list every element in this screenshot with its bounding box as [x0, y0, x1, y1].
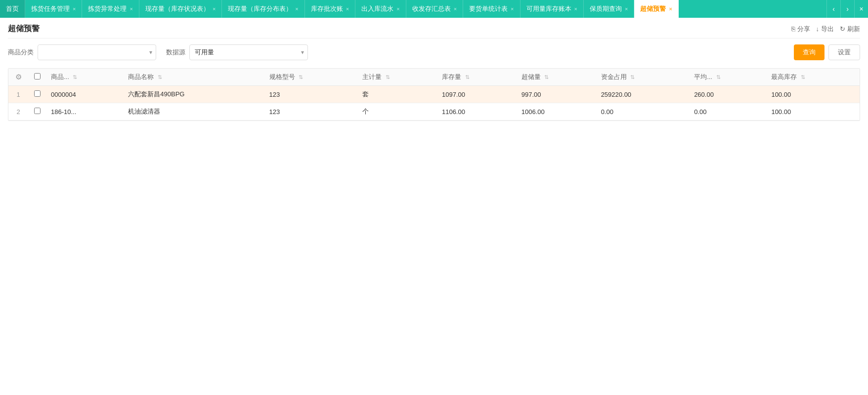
sort-icon: ⇅: [544, 74, 549, 80]
close-icon[interactable]: ×: [574, 6, 577, 12]
page-content: 超储预警 ⎘ 分享 ↓ 导出 ↻ 刷新 商品分类 ▾: [0, 18, 868, 395]
sort-icon: ⇅: [716, 74, 721, 80]
refresh-button[interactable]: ↻ 刷新: [840, 25, 860, 34]
settings-button[interactable]: 设置: [828, 44, 860, 60]
th-max-stock[interactable]: 最高库存 ⇅: [766, 69, 860, 86]
sort-icon: ⇅: [299, 74, 303, 80]
row-unit: 个: [357, 103, 437, 120]
row-capital: 259220.00: [596, 86, 690, 103]
th-spec[interactable]: 规格型号 ⇅: [264, 69, 358, 86]
select-all-checkbox[interactable]: [34, 73, 41, 79]
share-button[interactable]: ⎘ 分享: [791, 25, 810, 34]
nav-item-order-stat[interactable]: 要货单统计表 ×: [463, 0, 520, 18]
th-product-code[interactable]: 商品... ⇅: [46, 69, 123, 86]
sort-icon: ⇅: [801, 74, 805, 80]
th-gear: ⚙: [8, 69, 28, 86]
row-product-code: 0000004: [46, 86, 123, 103]
close-icon[interactable]: ×: [73, 6, 76, 12]
datasource-select[interactable]: 可用量: [189, 44, 308, 60]
gear-icon[interactable]: ⚙: [15, 73, 22, 81]
sort-icon: ⇅: [158, 74, 162, 80]
export-button[interactable]: ↓ 导出: [816, 25, 834, 34]
nav-item-task[interactable]: 拣货任务管理 ×: [25, 0, 82, 18]
sort-icon: ⇅: [465, 74, 470, 80]
nav-item-stock-dist[interactable]: 现存量（库存分布表） ×: [222, 0, 304, 18]
export-icon: ↓: [816, 25, 820, 33]
row-unit: 套: [357, 86, 437, 103]
nav-arrow-left[interactable]: ‹: [826, 0, 840, 18]
row-index: 2: [8, 103, 28, 120]
datasource-label: 数据源: [166, 48, 185, 57]
row-stock: 1097.00: [437, 86, 517, 103]
nav-item-inout[interactable]: 出入库流水 ×: [355, 0, 406, 18]
row-overflow: 1006.00: [517, 103, 596, 120]
th-capital[interactable]: 资金占用 ⇅: [596, 69, 690, 86]
category-select-wrapper: ▾: [38, 44, 156, 60]
query-button[interactable]: 查询: [794, 44, 825, 60]
row-spec: 123: [264, 103, 358, 120]
nav-item-summary[interactable]: 收发存汇总表 ×: [406, 0, 463, 18]
filter-area: 商品分类 ▾ 数据源 可用量 ▾ 查询 设置: [8, 39, 860, 64]
nav-item-home[interactable]: 首页: [0, 0, 25, 18]
nav-item-exception[interactable]: 拣货异常处理 ×: [82, 0, 139, 18]
row-spec: 123: [264, 86, 358, 103]
header-actions: ⎘ 分享 ↓ 导出 ↻ 刷新: [791, 25, 861, 34]
row-product-name: 机油滤清器: [123, 103, 264, 120]
close-icon[interactable]: ×: [625, 6, 628, 12]
data-table: ⚙ 商品... ⇅ 商品名称 ⇅ 规格型号 ⇅: [8, 69, 860, 120]
row-checkbox-cell: [28, 86, 46, 103]
sort-icon: ⇅: [630, 74, 635, 80]
th-stock[interactable]: 库存量 ⇅: [437, 69, 517, 86]
th-overflow[interactable]: 超储量 ⇅: [517, 69, 596, 86]
datasource-select-wrapper: 可用量 ▾: [189, 44, 308, 60]
close-icon[interactable]: ×: [669, 6, 672, 12]
nav-item-expiry[interactable]: 保质期查询 ×: [584, 0, 634, 18]
row-index: 1: [8, 86, 28, 103]
row-checkbox[interactable]: [34, 108, 41, 114]
page-header: 超储预警 ⎘ 分享 ↓ 导出 ↻ 刷新: [8, 18, 860, 39]
sort-icon: ⇅: [73, 74, 77, 80]
category-label: 商品分类: [8, 48, 34, 57]
share-icon: ⎘: [791, 25, 795, 33]
datasource-value: 可用量: [195, 48, 214, 57]
nav-item-overstock[interactable]: 超储预警 ×: [634, 0, 678, 18]
row-checkbox-cell: [28, 103, 46, 120]
row-product-name: 六配套新昌490BPG: [123, 86, 264, 103]
th-checkbox: [28, 69, 46, 86]
table-header-row: ⚙ 商品... ⇅ 商品名称 ⇅ 规格型号 ⇅: [8, 69, 860, 86]
data-table-wrap: ⚙ 商品... ⇅ 商品名称 ⇅ 规格型号 ⇅: [8, 68, 860, 121]
nav-arrows: ‹ › ×: [826, 0, 868, 18]
close-icon[interactable]: ×: [396, 6, 399, 12]
page-title: 超储预警: [8, 24, 791, 34]
close-icon[interactable]: ×: [213, 6, 216, 12]
category-filter-group: 商品分类 ▾: [8, 44, 156, 60]
close-icon[interactable]: ×: [295, 6, 298, 12]
nav-arrow-close[interactable]: ×: [854, 0, 868, 18]
close-icon[interactable]: ×: [346, 6, 349, 12]
close-icon[interactable]: ×: [511, 6, 514, 12]
row-avg: 0.00: [689, 103, 766, 120]
close-icon[interactable]: ×: [130, 6, 132, 12]
nav-item-available[interactable]: 可用量库存账本 ×: [521, 0, 584, 18]
close-icon[interactable]: ×: [454, 6, 457, 12]
filter-actions: 查询 设置: [794, 44, 860, 60]
table-row: 1 0000004 六配套新昌490BPG 123 套 1097.00 997.…: [8, 86, 860, 103]
nav-arrow-right[interactable]: ›: [840, 0, 854, 18]
row-max-stock: 100.00: [766, 86, 860, 103]
category-select[interactable]: [38, 44, 156, 60]
row-checkbox[interactable]: [34, 90, 41, 97]
table-row: 2 186-10... 机油滤清器 123 个 1106.00 1006.00 …: [8, 103, 860, 120]
th-product-name[interactable]: 商品名称 ⇅: [123, 69, 264, 86]
refresh-icon: ↻: [840, 25, 845, 33]
nav-item-batch[interactable]: 库存批次账 ×: [305, 0, 355, 18]
th-avg[interactable]: 平均... ⇅: [689, 69, 766, 86]
sort-icon: ⇅: [386, 74, 390, 80]
th-unit[interactable]: 主计量 ⇅: [357, 69, 437, 86]
row-product-code: 186-10...: [46, 103, 123, 120]
row-stock: 1106.00: [437, 103, 517, 120]
top-nav: 首页 拣货任务管理 × 拣货异常处理 × 现存量（库存状况表） × 现存量（库存…: [0, 0, 868, 18]
row-max-stock: 100.00: [766, 103, 860, 120]
row-capital: 0.00: [596, 103, 690, 120]
datasource-filter-group: 数据源 可用量 ▾: [166, 44, 308, 60]
nav-item-stock-status[interactable]: 现存量（库存状况表） ×: [139, 0, 222, 18]
